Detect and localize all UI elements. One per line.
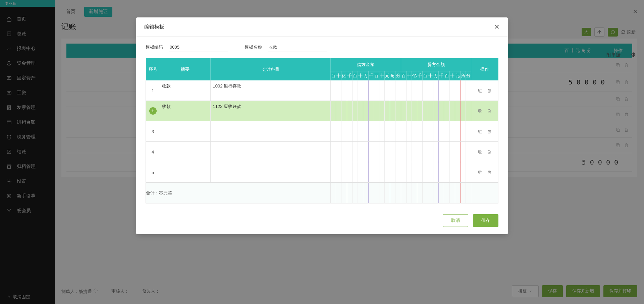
digit-cell[interactable]	[449, 183, 455, 203]
digit-cell[interactable]	[379, 183, 385, 203]
digit-cell[interactable]	[385, 142, 390, 162]
digit-cell[interactable]	[460, 142, 466, 162]
digit-cell[interactable]	[347, 162, 352, 183]
digit-cell[interactable]	[439, 80, 444, 101]
digit-cell[interactable]	[439, 142, 444, 162]
digit-cell[interactable]	[336, 101, 341, 121]
delete-icon[interactable]	[487, 149, 492, 155]
digit-cell[interactable]	[444, 162, 449, 183]
digit-cell[interactable]	[460, 162, 466, 183]
add-row-button[interactable]: +	[149, 107, 157, 115]
digit-cell[interactable]	[379, 80, 385, 101]
digit-cell[interactable]	[428, 183, 433, 203]
digit-cell[interactable]	[347, 142, 352, 162]
digit-cell[interactable]	[444, 183, 449, 203]
digit-cell[interactable]	[395, 183, 401, 203]
digit-cell[interactable]	[352, 101, 358, 121]
digit-cell[interactable]	[428, 101, 433, 121]
digit-cell[interactable]	[368, 101, 374, 121]
digit-cell[interactable]	[428, 80, 433, 101]
digit-cell[interactable]	[444, 142, 449, 162]
cell-subject[interactable]	[211, 162, 331, 183]
digit-cell[interactable]	[336, 142, 341, 162]
digit-cell[interactable]	[390, 80, 395, 101]
digit-cell[interactable]	[406, 80, 412, 101]
digit-cell[interactable]	[347, 80, 352, 101]
digit-cell[interactable]	[449, 142, 455, 162]
digit-cell[interactable]	[352, 142, 358, 162]
digit-cell[interactable]	[331, 101, 336, 121]
digit-cell[interactable]	[460, 101, 466, 121]
digit-cell[interactable]	[466, 142, 471, 162]
digit-cell[interactable]	[374, 142, 379, 162]
digit-cell[interactable]	[466, 183, 471, 203]
digit-cell[interactable]	[358, 121, 363, 142]
digit-cell[interactable]	[331, 142, 336, 162]
digit-cell[interactable]	[341, 80, 347, 101]
digit-cell[interactable]	[395, 121, 401, 142]
cell-summary[interactable]	[160, 142, 211, 162]
cell-subject[interactable]: 1122 应收账款	[211, 101, 331, 121]
copy-icon[interactable]	[478, 109, 483, 114]
digit-cell[interactable]	[358, 183, 363, 203]
digit-cell[interactable]	[379, 121, 385, 142]
digit-cell[interactable]	[455, 101, 460, 121]
digit-cell[interactable]	[433, 142, 439, 162]
digit-cell[interactable]	[368, 121, 374, 142]
digit-cell[interactable]	[363, 183, 368, 203]
digit-cell[interactable]	[363, 121, 368, 142]
digit-cell[interactable]	[358, 101, 363, 121]
digit-cell[interactable]	[460, 80, 466, 101]
digit-cell[interactable]	[412, 162, 417, 183]
digit-cell[interactable]	[423, 183, 428, 203]
delete-icon[interactable]	[487, 170, 492, 175]
modal-close-button[interactable]: ✕	[494, 23, 500, 30]
digit-cell[interactable]	[460, 121, 466, 142]
digit-cell[interactable]	[455, 80, 460, 101]
digit-cell[interactable]	[449, 162, 455, 183]
digit-cell[interactable]	[433, 162, 439, 183]
digit-cell[interactable]	[401, 162, 406, 183]
digit-cell[interactable]	[347, 101, 352, 121]
digit-cell[interactable]	[395, 80, 401, 101]
digit-cell[interactable]	[433, 121, 439, 142]
digit-cell[interactable]	[412, 142, 417, 162]
digit-cell[interactable]	[423, 142, 428, 162]
digit-cell[interactable]	[385, 162, 390, 183]
digit-cell[interactable]	[433, 183, 439, 203]
digit-cell[interactable]	[374, 183, 379, 203]
digit-cell[interactable]	[385, 183, 390, 203]
digit-cell[interactable]	[368, 80, 374, 101]
cell-subject[interactable]: 1002 银行存款	[211, 80, 331, 101]
digit-cell[interactable]	[374, 101, 379, 121]
digit-cell[interactable]	[395, 101, 401, 121]
delete-icon[interactable]	[487, 88, 492, 93]
delete-icon[interactable]	[487, 109, 492, 114]
template-name-input[interactable]	[268, 43, 327, 52]
digit-cell[interactable]	[406, 162, 412, 183]
digit-cell[interactable]	[433, 80, 439, 101]
digit-cell[interactable]	[358, 80, 363, 101]
digit-cell[interactable]	[379, 101, 385, 121]
cell-summary[interactable]	[160, 162, 211, 183]
digit-cell[interactable]	[401, 101, 406, 121]
digit-cell[interactable]	[423, 162, 428, 183]
digit-cell[interactable]	[406, 142, 412, 162]
digit-cell[interactable]	[341, 183, 347, 203]
delete-icon[interactable]	[487, 129, 492, 134]
save-button[interactable]: 保存	[473, 214, 498, 227]
digit-cell[interactable]	[363, 101, 368, 121]
digit-cell[interactable]	[363, 80, 368, 101]
digit-cell[interactable]	[428, 142, 433, 162]
digit-cell[interactable]	[352, 183, 358, 203]
digit-cell[interactable]	[444, 80, 449, 101]
digit-cell[interactable]	[466, 162, 471, 183]
digit-cell[interactable]	[379, 142, 385, 162]
digit-cell[interactable]	[374, 162, 379, 183]
digit-cell[interactable]	[331, 121, 336, 142]
digit-cell[interactable]	[379, 162, 385, 183]
digit-cell[interactable]	[336, 121, 341, 142]
digit-cell[interactable]	[417, 162, 422, 183]
digit-cell[interactable]	[368, 142, 374, 162]
digit-cell[interactable]	[466, 101, 471, 121]
